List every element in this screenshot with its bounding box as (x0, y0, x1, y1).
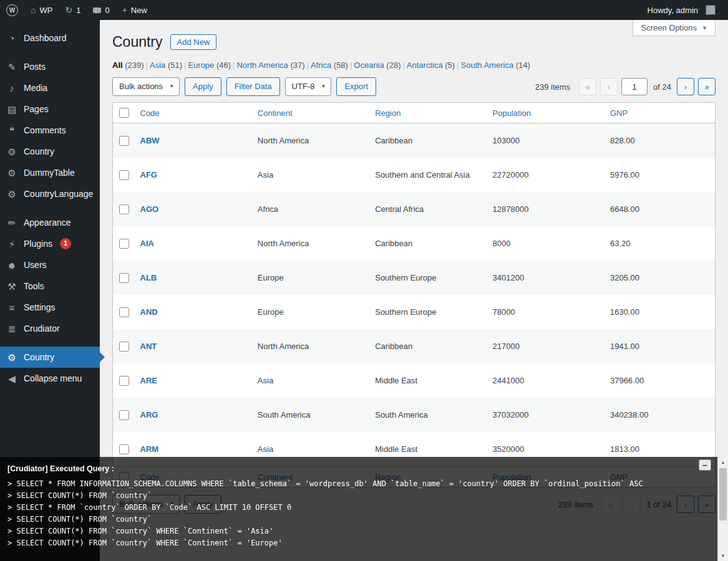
apply-button[interactable]: Apply (185, 77, 221, 96)
row-code-link[interactable]: AIA (140, 239, 154, 248)
sidebar-item-posts[interactable]: ✎Posts (0, 56, 100, 77)
admin-bar-left: W ⌂ WP ↻ 1 0 + New (0, 0, 153, 20)
database-icon: ≣ (6, 324, 17, 333)
encoding-select[interactable]: UTF-8 ▼ (285, 77, 332, 96)
row-checkbox[interactable] (119, 170, 129, 180)
filter-africa[interactable]: Africa (311, 60, 331, 70)
sidebar-item-countrylanguage[interactable]: ⚙CountryLanguage (0, 183, 100, 204)
sidebar-menu: ◔Dashboard✎Posts♪Media▤Pages❝Comments⚙Co… (0, 20, 100, 389)
row-code-link[interactable]: AFG (140, 170, 157, 180)
select-all-checkbox[interactable] (119, 108, 129, 118)
console-query-line: > SELECT COUNT(*) FROM `country` (7, 514, 721, 525)
cell-population: 22720000 (487, 158, 604, 192)
console-query-line: > SELECT COUNT(*) FROM `country` WHERE `… (7, 525, 721, 537)
filter-north-america[interactable]: North America (236, 60, 288, 70)
scroll-down-icon[interactable]: ▼ (718, 550, 728, 561)
cell-population: 12878000 (487, 192, 604, 226)
filter-antarctica[interactable]: Antarctica (407, 60, 443, 70)
sidebar-item-collapse-menu[interactable]: ◀Collapse menu (0, 368, 100, 389)
my-account-menu[interactable]: Howdy, admin (641, 0, 722, 20)
console-query-line: > SELECT * FROM `country` ORDER BY `Code… (7, 502, 721, 514)
comments-menu[interactable]: 0 (87, 0, 115, 20)
filter-oceania[interactable]: Oceania (354, 60, 384, 70)
total-pages-label: of 24 (651, 82, 673, 92)
row-checkbox[interactable] (119, 239, 129, 249)
sidebar-item-label: Users (24, 259, 47, 271)
row-checkbox[interactable] (119, 444, 129, 454)
filter-data-button[interactable]: Filter Data (226, 77, 280, 96)
last-page-button[interactable]: » (698, 78, 716, 95)
comments-icon: ❝ (6, 126, 17, 135)
sidebar-item-appearance[interactable]: ✏Appearance (0, 212, 100, 233)
cell-gnp: 3205.00 (604, 261, 716, 295)
row-code-link[interactable]: AND (140, 307, 158, 317)
dashboard-icon: ◔ (6, 34, 17, 43)
add-new-button[interactable]: Add New (170, 34, 217, 50)
column-header-gnp[interactable]: GNP (610, 108, 628, 118)
encoding-label: UTF-8 (292, 82, 315, 91)
sidebar-item-pages[interactable]: ▤Pages (0, 98, 100, 120)
sidebar-item-country[interactable]: ⚙Country (0, 347, 100, 368)
console-minimize-button[interactable]: − (699, 459, 711, 471)
filter-asia[interactable]: Asia (150, 60, 165, 70)
sidebar-item-settings[interactable]: ≡Settings (0, 297, 100, 318)
cell-population: 8000 (487, 226, 604, 261)
sidebar-item-label: Country (24, 352, 54, 363)
bulk-actions-select[interactable]: Bulk actions ▼ (112, 77, 180, 96)
filter-all[interactable]: All (112, 60, 123, 70)
column-header-code[interactable]: Code (140, 108, 160, 118)
row-checkbox[interactable] (119, 342, 129, 352)
row-checkbox[interactable] (119, 307, 129, 317)
table-row: AIA North America Caribbean 8000 63.20 (113, 226, 716, 261)
current-page-input[interactable] (621, 78, 648, 95)
row-checkbox[interactable] (119, 204, 129, 214)
filter-europe[interactable]: Europe (188, 60, 214, 70)
export-button[interactable]: Export (336, 77, 376, 96)
column-header-continent[interactable]: Continent (258, 108, 293, 118)
sidebar-item-users[interactable]: ☻Users (0, 254, 100, 276)
sidebar-item-comments[interactable]: ❝Comments (0, 120, 100, 141)
row-checkbox[interactable] (119, 376, 129, 386)
cell-region: Caribbean (369, 329, 486, 363)
column-header-population[interactable]: Population (493, 108, 531, 118)
main-content: Screen Options ▼ Country Add New All (23… (100, 20, 728, 514)
cell-continent: Europe (251, 295, 369, 329)
next-page-button[interactable]: › (677, 78, 694, 95)
row-code-link[interactable]: ANT (140, 342, 157, 351)
new-content-menu[interactable]: + New (116, 0, 153, 20)
sidebar-item-media[interactable]: ♪Media (0, 77, 100, 98)
comments-bubble-icon (93, 7, 101, 13)
row-code-link[interactable]: ARE (140, 376, 157, 385)
sidebar-item-country[interactable]: ⚙Country (0, 141, 100, 162)
home-icon: ⌂ (31, 6, 36, 14)
scroll-up-icon[interactable]: ▲ (718, 457, 728, 467)
column-header-region[interactable]: Region (375, 108, 400, 118)
sidebar-item-crudiator[interactable]: ≣Crudiator (0, 318, 100, 339)
row-code-link[interactable]: ARM (140, 444, 159, 454)
scrollbar[interactable]: ▲ ▼ (717, 457, 728, 561)
row-code-link[interactable]: ALB (140, 273, 157, 282)
cell-gnp: 1941.00 (604, 329, 716, 363)
row-checkbox[interactable] (119, 136, 129, 146)
cell-gnp: 37966.00 (604, 363, 716, 398)
scrollbar-thumb[interactable] (719, 468, 727, 520)
cell-region: Southern and Central Asia (369, 158, 486, 192)
wordpress-logo-menu[interactable]: W (0, 0, 24, 20)
row-checkbox[interactable] (119, 410, 129, 420)
updates-menu[interactable]: ↻ 1 (59, 0, 87, 20)
site-name-menu[interactable]: ⌂ WP (24, 0, 59, 20)
row-checkbox[interactable] (119, 273, 129, 283)
cell-gnp: 6648.00 (604, 192, 716, 226)
row-code-link[interactable]: ARG (140, 410, 158, 420)
sidebar-item-dummytable[interactable]: ⚙DummyTable (0, 162, 100, 183)
new-label: New (131, 6, 147, 15)
sidebar-item-tools[interactable]: ⚒Tools (0, 276, 100, 297)
sidebar-item-plugins[interactable]: ⚡Plugins1 (0, 233, 100, 254)
filter-south-america[interactable]: South America (461, 60, 514, 70)
row-code-link[interactable]: AGO (140, 204, 159, 214)
screen-options-button[interactable]: Screen Options ▼ (633, 20, 716, 36)
title-row: Country Add New (112, 34, 716, 50)
console-title: [Crudiator] Executed Query : (7, 464, 721, 473)
row-code-link[interactable]: ABW (140, 136, 160, 145)
sidebar-item-dashboard[interactable]: ◔Dashboard (0, 27, 100, 49)
